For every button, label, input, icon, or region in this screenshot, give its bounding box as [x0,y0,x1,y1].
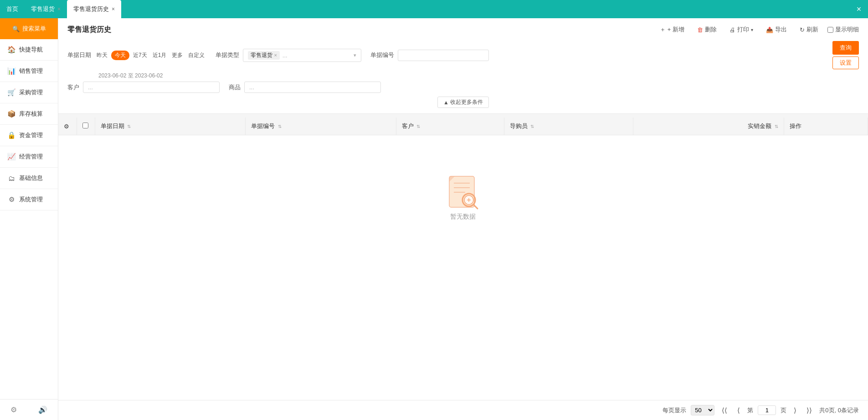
date-btn-1month[interactable]: 近1月 [151,51,169,60]
sidebar-item-sales[interactable]: 📊 销售管理 [0,61,58,82]
refresh-button[interactable]: ↻ 刷新 [796,24,822,36]
inventory-icon: 📦 [7,110,15,118]
basicinfo-icon: 🗂 [7,174,15,182]
finance-icon: 🔒 [7,131,15,139]
tab-retail-return[interactable]: 零售退货 × [25,0,67,18]
date-shortcuts: 昨天 今天 近7天 近1月 更多 自定义 [95,51,206,60]
docnum-input[interactable] [398,50,489,61]
th-customer[interactable]: 客户 ⇅ [396,118,504,135]
first-page-button[interactable]: ⟨⟨ [719,405,730,415]
window-close-button[interactable]: × [850,0,868,18]
per-page-select[interactable]: 20 50 100 [691,405,714,415]
tab-home[interactable]: 首页 [0,0,25,18]
empty-state-cell: 暂无数据 [58,135,868,249]
new-button[interactable]: ＋ + 新增 [656,24,688,36]
empty-text: 暂无数据 [450,213,476,221]
delete-button[interactable]: 🗑 删除 [693,24,720,36]
main-layout: 🔍 搜索菜单 🏠 快捷导航 📊 销售管理 🛒 采购管理 📦 库存核算 🔒 [0,18,868,420]
doctype-tags: 零售退货 × ... [248,51,287,60]
doctype-tag: 零售退货 × [248,51,279,60]
sidebar-item-purchase-label: 采购管理 [19,88,43,97]
date-btn-yesterday[interactable]: 昨天 [95,51,109,60]
th-date-label: 单据日期 [101,123,124,129]
export-label: 导出 [775,26,787,34]
date-btn-today[interactable]: 今天 [111,51,129,60]
sidebar-item-basicinfo-label: 基础信息 [19,174,43,182]
query-button[interactable]: 查询 [832,41,859,55]
filter-goods-item: 商品 ... [229,82,381,93]
sidebar-item-system[interactable]: ⚙ 系统管理 [0,189,58,210]
page-input[interactable] [758,405,776,415]
sidebar-item-purchase[interactable]: 🛒 采购管理 [0,82,58,103]
print-label: 打印 [737,26,749,34]
th-docnum[interactable]: 单据编号 ⇅ [246,118,396,135]
prev-page-button[interactable]: ⟨ [734,405,743,415]
tab-retail-return-history[interactable]: 零售退货历史 × [67,0,121,18]
page-prefix: 第 [747,406,753,415]
settings-button[interactable]: 设置 [832,56,859,69]
filter-docnum-item: 单据编号 [370,50,489,61]
collapse-button[interactable]: ▲ 收起更多条件 [437,97,489,108]
tab-home-label: 首页 [6,5,18,13]
operations-icon: 📈 [7,153,15,161]
doctype-ellipsis: ... [282,52,288,59]
doctype-dropdown[interactable]: 零售退货 × ... ▾ [243,49,361,62]
filter-customer-item: 客户 ... [67,82,220,93]
date-btn-7days[interactable]: 近7天 [131,51,149,60]
filter-row-2: 客户 ... 商品 ... [67,82,859,93]
tab-retail-return-label: 零售退货 [31,5,55,13]
tab-retail-return-history-label: 零售退货历史 [73,5,109,13]
doctype-tag-remove[interactable]: × [274,52,277,58]
print-button[interactable]: 🖨 打印 ▾ [726,24,757,36]
tab-retail-return-close[interactable]: × [57,6,61,12]
next-page-button[interactable]: ⟩ [791,405,799,415]
pagination-bar: 每页显示 20 50 100 ⟨⟨ ⟨ 第 页 ⟩ ⟩⟩ 共0页, 0条记录 [58,400,868,420]
sidebar-item-system-label: 系统管理 [19,195,43,204]
sidebar-item-operations[interactable]: 📈 经营管理 [0,146,58,168]
th-checkbox[interactable] [77,118,95,135]
last-page-button[interactable]: ⟩⟩ [804,405,815,415]
show-detail-checkbox[interactable] [827,27,833,33]
select-all-checkbox[interactable] [82,123,88,128]
th-date[interactable]: 单据日期 ⇅ [95,118,246,135]
home-icon: 🏠 [7,46,15,54]
th-gear[interactable]: ⚙ [58,118,77,135]
print-icon: 🖨 [729,26,735,33]
customer-dropdown[interactable]: ... [83,82,220,93]
doctype-filter-label: 单据类型 [216,51,239,59]
th-amount[interactable]: 实销金额 ⇅ [633,118,784,135]
tab-retail-return-history-close[interactable]: × [112,6,115,12]
date-btn-more[interactable]: 更多 [170,51,185,60]
goods-dropdown[interactable]: ... [244,82,381,93]
sidebar-item-sales-label: 销售管理 [19,67,43,75]
doctype-tag-label: 零售退货 [251,51,272,59]
sidebar-item-finance[interactable]: 🔒 资金管理 [0,125,58,146]
search-icon: 🔍 [12,26,20,32]
settings-bottom-icon[interactable]: ⚙ [10,405,17,414]
sidebar-item-quicknav[interactable]: 🏠 快捷导航 [0,39,58,61]
data-table: ⚙ 单据日期 ⇅ 单据编号 ⇅ 客户 ⇅ [58,118,868,248]
sidebar-search[interactable]: 🔍 搜索菜单 [0,18,58,39]
show-detail-label: 显示明细 [835,26,859,34]
date-btn-custom[interactable]: 自定义 [186,51,206,60]
sales-icon: 📊 [7,67,15,75]
sidebar-item-finance-label: 资金管理 [19,131,43,139]
audio-bottom-icon[interactable]: 🔊 [38,405,47,414]
th-amount-sort-icon: ⇅ [775,124,778,129]
th-customer-label: 客户 [402,123,414,129]
th-customer-sort-icon: ⇅ [416,124,420,129]
collapse-label: 收起更多条件 [450,98,483,106]
sidebar-item-basicinfo[interactable]: 🗂 基础信息 [0,168,58,189]
sidebar-item-inventory[interactable]: 📦 库存核算 [0,103,58,125]
system-icon: ⚙ [7,195,15,204]
toolbar: ＋ + 新增 🗑 删除 🖨 打印 ▾ 📤 导出 [656,24,859,36]
sidebar-search-label: 搜索菜单 [22,25,46,33]
th-action-label: 操作 [790,123,801,129]
new-icon: ＋ [660,26,666,34]
goods-ellipsis: ... [249,84,254,91]
export-button[interactable]: 📤 导出 [762,24,791,36]
th-action: 操作 [784,118,868,135]
page-header: 零售退货历史 ＋ + 新增 🗑 删除 🖨 打印 ▾ [58,18,868,114]
th-guide[interactable]: 导购员 ⇅ [504,118,633,135]
refresh-icon: ↻ [800,26,805,33]
